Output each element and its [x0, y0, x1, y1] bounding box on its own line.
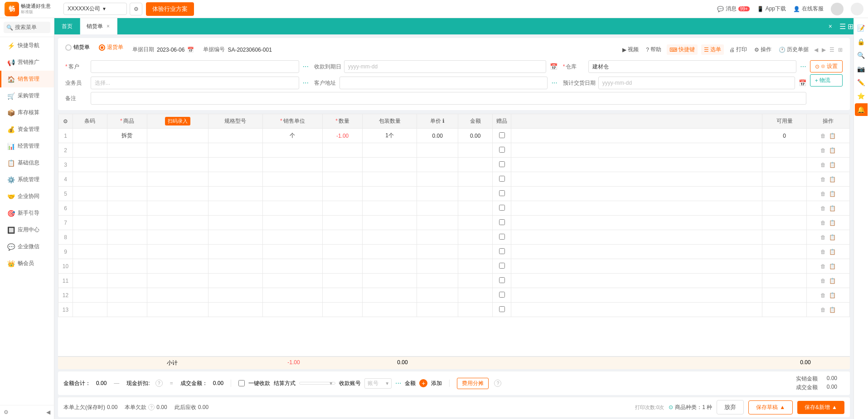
row-amount[interactable]: 0.00	[458, 129, 493, 143]
sidebar-item-collab[interactable]: 🤝 企业协同	[0, 188, 54, 205]
add-button[interactable]: +	[419, 379, 427, 387]
row-product[interactable]	[107, 288, 147, 303]
delete-icon[interactable]: 🗑	[820, 220, 826, 226]
row-spec[interactable]	[208, 245, 262, 259]
row-product[interactable]: 拆货	[107, 129, 147, 143]
row-barcode[interactable]	[73, 259, 107, 274]
row-qty[interactable]	[323, 201, 363, 216]
row-amount[interactable]	[458, 201, 493, 216]
row-barcode[interactable]	[73, 288, 107, 303]
row-unit[interactable]: 个	[262, 129, 322, 143]
row-unit[interactable]	[262, 187, 322, 201]
sidebar-item-marketing[interactable]: 📢 营销推广	[0, 54, 54, 71]
discard-button[interactable]: 放弃	[717, 400, 744, 414]
date-value[interactable]: 2023-06-06	[157, 47, 184, 53]
row-product[interactable]	[107, 216, 147, 230]
row-gift-checkbox[interactable]	[493, 201, 511, 216]
delete-icon[interactable]: 🗑	[820, 205, 826, 212]
copy-icon[interactable]: 📋	[829, 263, 836, 270]
customer-input[interactable]	[91, 60, 299, 73]
copy-icon[interactable]: 📋	[829, 278, 836, 284]
video-button[interactable]: ▶ 视频	[621, 45, 640, 54]
row-pack-qty[interactable]	[363, 201, 417, 216]
row-amount[interactable]	[458, 158, 493, 172]
calc-method-select[interactable]: ▼	[299, 382, 335, 385]
sidebar-item-purchase[interactable]: 🛒 采购管理	[0, 87, 54, 104]
delete-icon[interactable]: 🗑	[820, 307, 826, 313]
right-icon-alert[interactable]: 🔔	[855, 103, 868, 116]
settings-button[interactable]: ⚙	[130, 3, 142, 15]
row-product[interactable]	[107, 201, 147, 216]
row-product[interactable]	[107, 259, 147, 274]
row-spec[interactable]	[208, 274, 262, 288]
row-qty[interactable]	[323, 172, 363, 187]
row-gift-checkbox[interactable]	[493, 158, 511, 172]
row-barcode[interactable]	[73, 216, 107, 230]
row-pack-qty[interactable]	[363, 187, 417, 201]
row-amount[interactable]	[458, 187, 493, 201]
sidebar-item-sales[interactable]: 🏠 销售管理	[0, 71, 54, 87]
row-pack-qty[interactable]	[363, 230, 417, 245]
row-unit[interactable]	[262, 245, 322, 259]
right-icon-lock[interactable]: 🔒	[855, 35, 868, 48]
row-unit-price[interactable]	[417, 172, 458, 187]
row-qty[interactable]	[323, 143, 363, 158]
sidebar-item-inventory[interactable]: 📦 库存核算	[0, 104, 54, 121]
row-product[interactable]	[107, 245, 147, 259]
radio-sale-order[interactable]: 销货单	[65, 43, 90, 51]
row-unit-price[interactable]	[417, 158, 458, 172]
row-qty[interactable]	[323, 230, 363, 245]
due-date-cal-icon[interactable]: 📅	[550, 63, 558, 70]
row-spec[interactable]	[208, 158, 262, 172]
user-avatar[interactable]	[831, 3, 844, 15]
row-pack-qty[interactable]	[363, 245, 417, 259]
row-barcode[interactable]	[73, 201, 107, 216]
row-pack-qty[interactable]	[363, 216, 417, 230]
row-unit[interactable]	[262, 216, 322, 230]
row-gift-checkbox[interactable]	[493, 172, 511, 187]
select-button[interactable]: ☰ 选单	[701, 44, 724, 55]
one-click-payment-checkbox[interactable]	[238, 380, 245, 386]
row-gift-checkbox[interactable]	[493, 230, 511, 245]
list-view-icon[interactable]: ☰	[829, 47, 834, 53]
row-amount[interactable]	[458, 303, 493, 317]
online-service-button[interactable]: 👤 在线客服	[793, 5, 824, 13]
tab-sale-order[interactable]: 销货单 ×	[80, 18, 117, 34]
save-draft-button[interactable]: 保存草稿 ▲	[748, 400, 793, 414]
warehouse-dots-icon[interactable]: ···	[800, 63, 806, 71]
row-spec[interactable]	[208, 172, 262, 187]
row-unit[interactable]	[262, 158, 322, 172]
copy-icon[interactable]: 📋	[829, 220, 836, 226]
dots-icon[interactable]: ···	[395, 379, 401, 387]
row-gift-checkbox[interactable]	[493, 129, 511, 143]
row-spec[interactable]	[208, 216, 262, 230]
print-button[interactable]: 🖨 打印	[727, 45, 749, 54]
sidebar-item-basic[interactable]: 📋 基础信息	[0, 154, 54, 171]
row-unit[interactable]	[262, 274, 322, 288]
row-unit[interactable]	[262, 172, 322, 187]
tab-close-icon[interactable]: ×	[106, 23, 111, 30]
row-barcode[interactable]	[73, 143, 107, 158]
row-qty[interactable]	[323, 303, 363, 317]
right-icon-note[interactable]: 📝	[855, 22, 868, 34]
row-unit-price[interactable]	[417, 245, 458, 259]
row-product[interactable]	[107, 158, 147, 172]
row-barcode[interactable]	[73, 172, 107, 187]
next-icon[interactable]: ▶	[822, 47, 826, 53]
salesperson-input[interactable]: 选择...	[91, 77, 299, 89]
sidebar-item-member[interactable]: 👑 畅会员	[0, 255, 54, 272]
row-amount[interactable]	[458, 230, 493, 245]
row-qty[interactable]	[323, 288, 363, 303]
tab-view-list-icon[interactable]: ☰	[839, 22, 846, 31]
expected-date-cal-icon[interactable]: 📅	[799, 79, 806, 87]
grid-view-icon[interactable]: ⊞	[838, 47, 843, 53]
sidebar-item-quick-nav[interactable]: ⚡ 快捷导航	[0, 37, 54, 54]
account-select[interactable]: 账号 ▼	[364, 378, 392, 389]
row-unit[interactable]	[262, 230, 322, 245]
user-avatar-2[interactable]	[851, 3, 863, 15]
copy-icon[interactable]: 📋	[829, 162, 836, 168]
sidebar-item-finance[interactable]: 💰 资金管理	[0, 121, 54, 138]
copy-icon[interactable]: 📋	[829, 205, 836, 212]
copy-icon[interactable]: 📋	[829, 307, 836, 313]
history-button[interactable]: 🕐 历史单据	[777, 45, 810, 54]
